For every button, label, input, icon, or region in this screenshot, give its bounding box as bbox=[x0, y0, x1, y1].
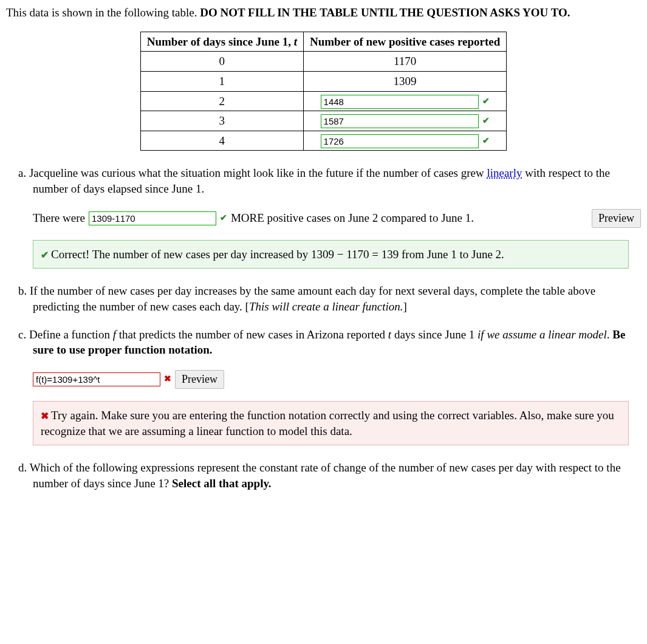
x-icon: ✖ bbox=[164, 374, 171, 385]
x-icon: ✖ bbox=[41, 411, 49, 421]
part-d-bold: Select all that apply. bbox=[172, 477, 272, 490]
table-cell-t: 3 bbox=[140, 111, 303, 131]
part-c-answer-row: ✖ Preview bbox=[33, 370, 641, 389]
part-c-italic: if we assume a linear model bbox=[478, 328, 607, 341]
part-a-line-post: MORE positive cases on June 2 compared t… bbox=[231, 210, 588, 226]
check-icon: ✔ bbox=[482, 96, 490, 108]
table-cell-val: ✔ bbox=[303, 131, 506, 151]
preview-button[interactable]: Preview bbox=[175, 370, 224, 389]
table-cell-t: 2 bbox=[140, 91, 303, 111]
function-input[interactable] bbox=[33, 372, 160, 386]
intro-warning: DO NOT FILL IN THE TABLE UNTIL THE QUEST… bbox=[200, 6, 570, 19]
part-c-mid2: days since June 1 bbox=[391, 328, 478, 341]
part-a-line-pre: There were bbox=[33, 210, 85, 226]
table-row: 4 ✔ bbox=[140, 131, 507, 151]
table-row: 1 1309 bbox=[140, 71, 507, 91]
linearly-link[interactable]: linearly bbox=[487, 166, 522, 179]
part-c: c. Define a function f that predicts the… bbox=[18, 327, 641, 358]
cases-input-row3[interactable] bbox=[321, 114, 479, 128]
table-cell-t: 0 bbox=[140, 52, 303, 72]
part-d-text: Which of the following expressions repre… bbox=[30, 461, 621, 490]
table-row: 3 ✔ bbox=[140, 111, 507, 131]
table-cell-val: 1309 bbox=[303, 71, 506, 91]
part-a-answer-row: There were ✔ MORE positive cases on June… bbox=[33, 209, 641, 228]
cases-input-row4[interactable] bbox=[321, 134, 479, 148]
part-c-mid1: that predicts the number of new cases in… bbox=[116, 328, 388, 341]
part-c-label: c. bbox=[18, 328, 26, 341]
part-d: d. Which of the following expressions re… bbox=[18, 460, 641, 491]
table-cell-val: ✔ bbox=[303, 111, 506, 131]
check-icon: ✔ bbox=[482, 115, 490, 127]
part-c-post: . bbox=[607, 328, 613, 341]
part-a-label: a. bbox=[18, 166, 26, 179]
intro-prefix: This data is shown in the following tabl… bbox=[6, 6, 200, 19]
difference-input[interactable] bbox=[89, 211, 216, 225]
part-b-label: b. bbox=[18, 284, 27, 297]
check-icon: ✔ bbox=[482, 135, 490, 147]
preview-button[interactable]: Preview bbox=[592, 209, 641, 228]
part-a-text-pre: Jacqueline was curious what the situatio… bbox=[29, 166, 487, 179]
part-c-feedback: ✖Try again. Make sure you are entering t… bbox=[33, 401, 629, 445]
cases-input-row2[interactable] bbox=[321, 95, 479, 109]
part-d-label: d. bbox=[18, 461, 27, 474]
table-row: 0 1170 bbox=[140, 52, 507, 72]
part-b: b. If the number of new cases per day in… bbox=[18, 283, 641, 314]
check-icon: ✔ bbox=[41, 250, 49, 260]
part-b-italic: This will create a linear function. bbox=[249, 300, 403, 313]
table-cell-val: 1170 bbox=[303, 52, 506, 72]
part-b-text-post: ] bbox=[403, 300, 407, 313]
part-a-feedback: ✔Correct! The number of new cases per da… bbox=[33, 240, 629, 269]
table-cell-val: ✔ bbox=[303, 91, 506, 111]
intro-paragraph: This data is shown in the following tabl… bbox=[6, 5, 641, 21]
table-cell-t: 4 bbox=[140, 131, 303, 151]
table-cell-t: 1 bbox=[140, 71, 303, 91]
part-c-feedback-text: Try again. Make sure you are entering th… bbox=[41, 409, 614, 437]
table-header-cases: Number of new positive cases reported bbox=[303, 32, 506, 52]
data-table: Number of days since June 1, t Number of… bbox=[140, 32, 507, 151]
check-icon: ✔ bbox=[220, 213, 227, 224]
part-c-pre1: Define a function bbox=[29, 328, 113, 341]
part-a-feedback-text: Correct! The number of new cases per day… bbox=[51, 248, 504, 261]
part-a: a. Jacqueline was curious what the situa… bbox=[18, 165, 641, 196]
table-header-days: Number of days since June 1, t bbox=[140, 32, 303, 52]
table-row: 2 ✔ bbox=[140, 91, 507, 111]
